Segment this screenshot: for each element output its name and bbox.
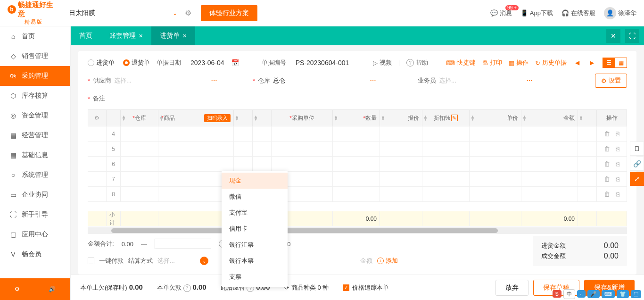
sidebar-item[interactable]: 🛍采购管理 [0, 66, 70, 86]
scan-entry-button[interactable]: 扫码录入 [204, 114, 231, 122]
sidebar-item[interactable]: ○系统管理 [0, 165, 70, 185]
sort-icon[interactable]: ▲▼ [381, 115, 385, 121]
clerk-more-icon[interactable]: ··· [527, 77, 533, 84]
sort-icon[interactable]: ▲▼ [334, 115, 338, 121]
print-link[interactable]: 🖶打印 [482, 58, 502, 67]
note-float-button[interactable]: 🗒 [630, 142, 644, 156]
table-row[interactable]: 8🗑⎘ [88, 187, 627, 202]
history-link[interactable]: ↻历史单据 [535, 58, 567, 67]
table-row[interactable]: 4🗑⎘ [88, 126, 627, 142]
table-row[interactable]: 6🗑⎘ [88, 157, 627, 172]
dropdown-option[interactable]: 微信 [222, 189, 288, 205]
warehouse-more-icon[interactable]: ··· [370, 77, 376, 84]
sidebar-item[interactable]: ▤经营管理 [0, 125, 70, 145]
radio-purchase-in[interactable]: 进货单 [88, 58, 115, 67]
pay-method-dropdown-button[interactable]: ⌄ [200, 257, 208, 265]
list-view-button[interactable]: ☰ [603, 58, 615, 68]
dropdown-option[interactable]: 现金 [222, 173, 288, 189]
dropdown-option[interactable]: 信用卡 [222, 221, 288, 237]
discard-button[interactable]: 放弃 [495, 280, 528, 296]
gear-icon[interactable]: ⚙ [15, 286, 20, 292]
sidebar-item[interactable]: ◎资金管理 [0, 106, 70, 125]
operate-link[interactable]: ▦操作 [509, 58, 528, 67]
message-link[interactable]: 💬 消息 99 + [490, 9, 512, 17]
ime-keyboard-button[interactable]: ⌨ [602, 290, 615, 298]
dropdown-option[interactable]: 银行汇票 [222, 237, 288, 253]
sort-icon[interactable]: ▲▼ [122, 115, 126, 121]
delete-row-icon[interactable]: 🗑 [604, 175, 610, 183]
tab[interactable]: 进货单✕ [151, 26, 195, 45]
online-service-link[interactable]: 🎧在线客服 [561, 9, 595, 17]
remark-input[interactable] [108, 95, 391, 102]
tab[interactable]: 账套管理✕ [101, 26, 151, 45]
delete-row-icon[interactable]: 🗑 [604, 191, 610, 198]
sort-icon[interactable]: ▲▼ [471, 115, 475, 121]
sort-icon[interactable]: ▲▼ [522, 115, 527, 121]
close-all-tabs-button[interactable]: ✕ [606, 29, 620, 43]
user-menu[interactable]: 👤徐泽华 [604, 7, 636, 19]
table-row[interactable]: 7🗑⎘ [88, 172, 627, 187]
copy-row-icon[interactable]: ⎘ [616, 130, 619, 137]
radio-purchase-return[interactable]: 退货单 [123, 58, 150, 67]
experience-plan-button[interactable]: 体验行业方案 [201, 5, 257, 21]
calendar-icon[interactable]: 📅 [231, 59, 239, 67]
oneclick-checkbox[interactable] [88, 258, 94, 264]
dropdown-option[interactable]: 支付宝 [222, 205, 288, 221]
ime-punct-button[interactable]: ·, [577, 290, 586, 298]
sidebar-item[interactable]: V畅会员 [0, 244, 70, 264]
sidebar-item[interactable]: ⬡库存核算 [0, 86, 70, 106]
fullscreen-button[interactable]: ⛶ [625, 29, 639, 43]
tab[interactable]: 首页 [71, 26, 101, 45]
shortcut-link[interactable]: ⌨快捷键 [446, 58, 475, 67]
sort-icon[interactable]: ▲▼ [423, 115, 428, 121]
pay-method-input[interactable] [157, 257, 195, 265]
app-download-link[interactable]: 📱App下载 [520, 9, 553, 17]
date-value[interactable]: 2023-06-04 [190, 59, 224, 67]
ime-grid-button[interactable]: ⬚ [631, 290, 641, 298]
close-icon[interactable]: ✕ [182, 33, 187, 39]
sidebar-item[interactable]: ▭企业协同 [0, 185, 70, 205]
sort-icon[interactable]: ▲▼ [235, 115, 239, 121]
sidebar-item[interactable]: ▢应用中心 [0, 225, 70, 244]
prev-doc-button[interactable]: ◀ [573, 59, 581, 66]
table-row[interactable]: 5🗑⎘ [88, 142, 627, 157]
delete-row-icon[interactable]: 🗑 [604, 160, 610, 167]
ime-s-icon[interactable]: S [553, 290, 561, 298]
sound-icon[interactable]: 🔊 [49, 286, 56, 292]
copy-row-icon[interactable]: ⎘ [616, 160, 619, 167]
supplier-more-icon[interactable]: ··· [211, 77, 217, 84]
dropdown-option[interactable]: 银行本票 [222, 253, 288, 269]
gear-icon[interactable]: ⚙ [185, 8, 191, 17]
card-view-button[interactable]: ▦ [615, 58, 627, 68]
delete-row-icon[interactable]: 🗑 [604, 130, 610, 137]
video-link[interactable]: ▷视频 [373, 58, 392, 67]
next-doc-button[interactable]: ▶ [588, 59, 596, 66]
help-link[interactable]: ?帮助 [406, 58, 428, 67]
sidebar-item[interactable]: ⛶新手引导 [0, 205, 70, 225]
ime-lang-button[interactable]: 中 [563, 289, 575, 299]
edit-discount-icon[interactable]: ✎ [451, 115, 458, 121]
link-float-button[interactable]: 🔗 [630, 157, 644, 171]
help-icon[interactable]: ? [183, 284, 191, 292]
track-checkbox[interactable]: ✓ [343, 284, 349, 291]
close-icon[interactable]: ✕ [139, 33, 143, 39]
copy-row-icon[interactable]: ⎘ [616, 145, 619, 152]
copy-row-icon[interactable]: ⎘ [616, 191, 619, 198]
ime-mic-button[interactable]: 🎤 [587, 290, 600, 298]
sort-icon[interactable]: ▲▼ [159, 115, 164, 121]
dropdown-option[interactable]: 支票 [222, 269, 288, 285]
delete-row-icon[interactable]: 🗑 [604, 145, 610, 152]
supplier-input[interactable] [114, 77, 208, 84]
expand-float-button[interactable]: ⤢ [630, 172, 644, 186]
clerk-input[interactable] [439, 77, 524, 84]
ime-tshirt-button[interactable]: 👕 [617, 290, 629, 298]
sidebar-item[interactable]: ▦基础信息 [0, 145, 70, 165]
sidebar-item[interactable]: ⌂首页 [0, 26, 70, 46]
gear-icon[interactable]: ⚙ [94, 115, 99, 121]
company-selector[interactable]: 日太阳膜 ⌄ [69, 9, 177, 17]
setting-button[interactable]: ⚙设置 [595, 74, 627, 88]
sort-icon[interactable]: ▲▼ [579, 115, 583, 121]
warehouse-value[interactable]: 总仓 [273, 76, 367, 85]
copy-row-icon[interactable]: ⎘ [616, 175, 619, 183]
horizontal-scrollbar[interactable] [88, 227, 627, 234]
